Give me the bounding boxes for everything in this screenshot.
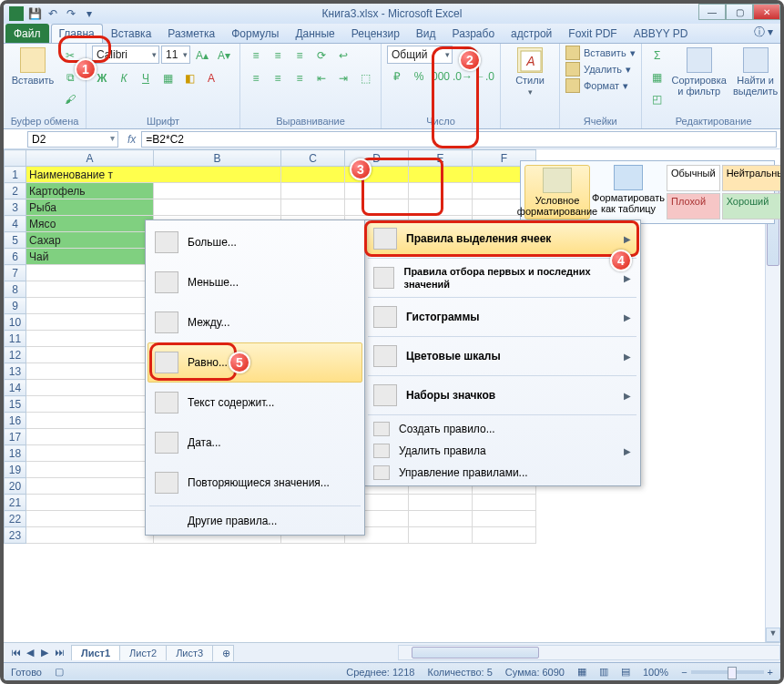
sheet-tab-2[interactable]: Лист2 — [119, 645, 167, 660]
row-header[interactable]: 17 — [5, 429, 26, 445]
find-select-button[interactable]: Найти и выделить — [731, 46, 780, 98]
format-cells-button[interactable]: Формат ▾ — [565, 78, 628, 93]
cell[interactable] — [26, 331, 154, 347]
rule-text-contains[interactable]: Текст содержит... — [148, 383, 362, 423]
cf-new-rule[interactable]: Создать правило... — [366, 418, 638, 440]
cell[interactable] — [154, 183, 281, 199]
row-header[interactable]: 22 — [5, 511, 26, 527]
paste-button[interactable]: Вставить — [9, 46, 56, 87]
macro-record-icon[interactable]: ▢ — [55, 666, 64, 678]
rule-between[interactable]: Между... — [148, 302, 362, 342]
cell[interactable] — [26, 527, 154, 544]
tab-insert[interactable]: Вставка — [103, 24, 160, 43]
merge-cells-icon[interactable]: ⬚ — [355, 68, 375, 88]
italic-icon[interactable]: К — [114, 68, 134, 88]
sheet-tab-3[interactable]: Лист3 — [166, 645, 213, 660]
tab-abbyy[interactable]: ABBYY PD — [626, 24, 697, 43]
font-color-icon[interactable]: A — [201, 68, 221, 88]
percent-format-icon[interactable]: % — [409, 66, 429, 87]
cell[interactable] — [281, 199, 345, 216]
cell[interactable] — [473, 511, 536, 527]
scroll-down-icon[interactable]: ▼ — [766, 628, 780, 642]
cell[interactable] — [26, 478, 154, 495]
align-middle-icon[interactable]: ≡ — [268, 46, 288, 66]
zoom-out-icon[interactable]: − — [681, 667, 687, 678]
cell[interactable] — [281, 167, 345, 183]
decrease-indent-icon[interactable]: ⇤ — [311, 68, 331, 88]
tab-developer[interactable]: Разрабо — [444, 24, 504, 43]
row-header[interactable]: 9 — [5, 298, 26, 314]
comma-format-icon[interactable]: 000 — [431, 66, 451, 87]
select-all-corner[interactable] — [5, 150, 26, 167]
delete-cells-button[interactable]: Удалить ▾ — [565, 62, 631, 77]
cell[interactable] — [26, 363, 154, 380]
cf-top-bottom-rules[interactable]: Правила отбора первых и последних значен… — [366, 261, 638, 294]
cell[interactable] — [26, 462, 154, 478]
align-center-icon[interactable]: ≡ — [268, 68, 288, 88]
increase-indent-icon[interactable]: ⇥ — [333, 68, 353, 88]
ribbon-help-icon[interactable]: ⓘ ▾ — [747, 22, 780, 43]
row-header[interactable]: 14 — [5, 380, 26, 396]
row-header[interactable]: 19 — [5, 462, 26, 478]
cell[interactable]: Наименование т — [26, 167, 281, 183]
autosum-icon[interactable]: Σ — [647, 46, 667, 66]
row-header[interactable]: 10 — [5, 314, 26, 331]
rule-equal-to[interactable]: Равно... — [148, 342, 362, 383]
cf-icon-sets[interactable]: Наборы значков ▶ — [366, 379, 638, 412]
style-good[interactable]: Хороший — [722, 193, 784, 219]
cell[interactable] — [26, 281, 154, 298]
cell[interactable] — [26, 380, 154, 396]
cell[interactable] — [26, 314, 154, 331]
zoom-in-icon[interactable]: + — [768, 667, 773, 678]
tab-review[interactable]: Рецензир — [343, 24, 408, 43]
cell[interactable] — [26, 413, 154, 429]
redo-icon[interactable]: ↷ — [64, 6, 78, 21]
cell[interactable] — [409, 511, 473, 527]
rule-more-rules[interactable]: Другие правила... — [148, 509, 362, 533]
undo-icon[interactable]: ↶ — [46, 6, 60, 21]
cell[interactable] — [281, 183, 345, 199]
fill-color-icon[interactable]: ◧ — [179, 68, 199, 88]
cell[interactable] — [409, 495, 473, 511]
cf-clear-rules[interactable]: Удалить правила ▶ — [366, 440, 638, 462]
cell[interactable] — [26, 347, 154, 363]
qat-customize-icon[interactable]: ▾ — [82, 6, 97, 21]
cf-color-scales[interactable]: Цветовые шкалы ▶ — [366, 340, 638, 373]
row-header[interactable]: 7 — [5, 265, 26, 281]
cell[interactable] — [154, 199, 281, 216]
row-header[interactable]: 18 — [5, 445, 26, 462]
increase-font-icon[interactable]: A▴ — [192, 46, 212, 66]
cell[interactable] — [345, 199, 409, 216]
cf-highlight-cells-rules[interactable]: Правила выделения ячеек ▶ — [366, 222, 638, 255]
align-right-icon[interactable]: ≡ — [290, 68, 310, 88]
col-header-e[interactable]: E — [409, 150, 473, 167]
row-header[interactable]: 11 — [5, 331, 26, 347]
wrap-text-icon[interactable]: ↩ — [333, 46, 353, 66]
row-header[interactable]: 23 — [5, 527, 26, 544]
cell[interactable]: Мясо — [26, 216, 154, 232]
cell[interactable]: Сахар — [26, 232, 154, 249]
tab-home[interactable]: Главна — [51, 24, 103, 43]
tab-formulas[interactable]: Формулы — [223, 24, 287, 43]
style-normal[interactable]: Обычный — [667, 165, 720, 191]
clear-icon[interactable]: ◰ — [647, 89, 667, 109]
minimize-button[interactable]: — — [698, 4, 726, 20]
border-icon[interactable]: ▦ — [158, 68, 178, 88]
col-header-b[interactable]: B — [154, 150, 281, 167]
formula-input[interactable]: =B2*C2 — [141, 131, 777, 148]
format-painter-icon[interactable]: 🖌 — [60, 89, 80, 109]
style-bad[interactable]: Плохой — [667, 193, 720, 219]
cell[interactable] — [409, 199, 473, 216]
rule-greater-than[interactable]: Больше... — [148, 222, 362, 262]
row-header[interactable]: 1 — [5, 167, 26, 183]
row-header[interactable]: 5 — [5, 232, 26, 249]
new-sheet-button[interactable]: ⊕ — [212, 645, 234, 661]
rule-date-occurring[interactable]: Дата... — [148, 423, 362, 463]
number-format-combo[interactable]: Общий — [387, 46, 453, 64]
view-page-layout-icon[interactable]: ▥ — [599, 666, 608, 678]
cell[interactable]: Рыба — [26, 199, 154, 216]
sheet-nav-buttons[interactable]: ⏮◀▶⏭ — [4, 647, 71, 658]
accounting-format-icon[interactable]: ₽ — [387, 66, 407, 87]
align-top-icon[interactable]: ≡ — [246, 46, 266, 66]
insert-cells-button[interactable]: Вставить ▾ — [565, 46, 636, 60]
